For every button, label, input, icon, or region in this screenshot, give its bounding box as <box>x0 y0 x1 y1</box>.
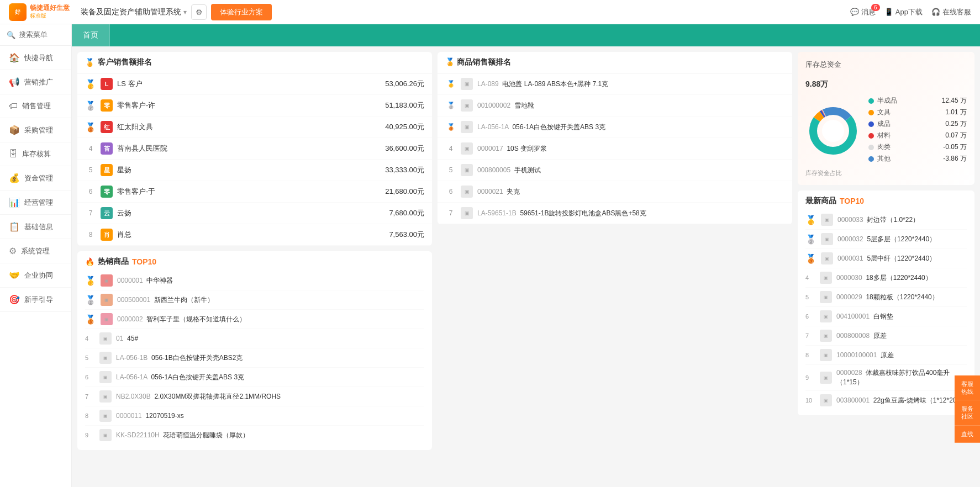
product-info: LA-089 电池盖 LA-089 ABS本色+黑种 7.1克 <box>477 80 784 89</box>
trial-button[interactable]: 体验行业方案 <box>211 4 272 20</box>
customer-rank-item: 🥉 红 红太阳文具 40,925.00元 <box>77 117 432 138</box>
newest-product-item: 6 ▣ 004100001 白钢垫 <box>805 307 967 326</box>
sidebar-item-marketing[interactable]: 📢 营销推广 <box>0 70 71 94</box>
customer-badge: 云 <box>101 207 113 219</box>
sidebar-item-guide[interactable]: 🎯 新手引导 <box>0 288 71 312</box>
product-thumbnail: ▣ <box>820 330 832 342</box>
hot-product-item: 7 ▣ NB2.0X30B 2.0X30MM双搓花轴搓花直径2.1MM/ROHS <box>85 387 424 406</box>
enterprise-icon: 🤝 <box>9 270 20 280</box>
online-service-button[interactable]: 🎧 在线客服 <box>931 7 971 17</box>
inventory-title: 库存总资金 <box>805 60 967 70</box>
legend-item: 成品 0.25 万 <box>868 119 967 129</box>
direct-line-button[interactable]: 直线 <box>955 426 980 443</box>
medal-icon: 🥉 <box>85 122 96 133</box>
guide-icon: 🎯 <box>9 294 20 305</box>
customer-name: LS 客户 <box>117 79 381 89</box>
product-thumbnail: ▣ <box>820 310 832 322</box>
sidebar-item-enterprise[interactable]: 🤝 企业协同 <box>0 263 71 288</box>
product-thumbnail: ▣ <box>820 394 832 406</box>
hot-product-item: 🥇 ▣ 0000001 中华神器 <box>85 271 424 290</box>
service-community-button[interactable]: 服务 社区 <box>955 400 980 426</box>
product-thumb: ▣ <box>461 99 473 112</box>
product-info: 000800005 手机测试 <box>477 166 784 175</box>
rank-icon: 6 <box>805 313 815 320</box>
product-name: LA-056-1B 056-1B白色按键开关壳ABS2克 <box>116 353 424 363</box>
customer-rank-item: 🥇 L LS 客户 53,006.26元 <box>77 73 432 95</box>
product-name: 0000011 12070519-xs <box>116 412 424 420</box>
nav-tabs: 首页 <box>72 24 980 46</box>
sidebar-item-basic[interactable]: 📋 基础信息 <box>0 215 71 239</box>
product-name: 01 45# <box>116 335 424 342</box>
product-name: LA-056-1A 056-1A白色按键开关盖ABS 3克 <box>116 373 424 382</box>
product-thumbnail: ▣ <box>821 214 833 226</box>
customer-badge: 零 <box>101 186 113 198</box>
customer-amount: 7,563.00元 <box>389 230 424 240</box>
product-info: 0000017 10S 变刮罗浆 <box>477 144 784 153</box>
sidebar-item-operation[interactable]: 📊 经营管理 <box>0 190 71 215</box>
rank-icon: 4 <box>85 335 95 342</box>
operation-icon: 📊 <box>9 197 20 208</box>
product-thumb: ▣ <box>461 207 473 219</box>
customer-rank-item: 8 肖 肖总 7,563.00元 <box>77 224 432 246</box>
rank-icon: 🥉 <box>85 314 96 325</box>
legend-label: 成品 <box>877 119 942 129</box>
customer-name: 苔南县人民医院 <box>117 144 381 153</box>
product-thumb: ▣ <box>461 121 473 133</box>
tab-home[interactable]: 首页 <box>72 24 110 46</box>
rank-number: 🥇 <box>445 80 456 88</box>
customer-badge: L <box>101 78 113 90</box>
message-icon: 💬 <box>850 8 859 16</box>
system-area: 装备及固定资产辅助管理系统 ▾ ⚙ 体验行业方案 <box>81 4 850 20</box>
newest-product-item: 5 ▣ 0000029 18颗粒板（1220*2440） <box>805 288 967 307</box>
newest-product-item: 🥈 ▣ 0000032 5层多层（1220*2440） <box>805 230 967 249</box>
hot-product-item: 🥈 ▣ 000500001 新西兰牛肉（新牛） <box>85 290 424 310</box>
product-name: 000500001 新西兰牛肉（新牛） <box>117 295 424 305</box>
basic-icon: 📋 <box>9 221 20 232</box>
sidebar-item-inventory[interactable]: 🗄 库存核算 <box>0 142 71 166</box>
hot-products-title: 🔥 热销商品 TOP10 <box>85 257 424 267</box>
sidebar-item-sales[interactable]: 🏷 销售管理 <box>0 94 71 118</box>
product-thumbnail: ▣ <box>101 274 113 287</box>
hot-product-item: 🥉 ▣ 0000002 智利车子里（规格不知道填什么） <box>85 310 424 329</box>
rank-icon: 7 <box>805 332 815 340</box>
rank-number: 🥈 <box>445 102 456 109</box>
product-rank-list: 🥇 ▣ LA-089 电池盖 LA-089 ABS本色+黑种 7.1克 🥈 ▣ … <box>438 73 792 224</box>
product-thumbnail: ▣ <box>99 332 112 345</box>
product-info: 001000002 雪地靴 <box>477 101 784 110</box>
product-thumbnail: ▣ <box>820 291 832 303</box>
product-info: 0000028 体裁嘉枝味苏打饮品400毫升（1*15） <box>836 368 967 387</box>
customer-ranking-header: 🏅 客户销售额排名 <box>77 52 432 73</box>
sidebar-item-finance[interactable]: 💰 资金管理 <box>0 166 71 190</box>
search-menu[interactable]: 🔍 搜索菜单 <box>0 24 71 46</box>
rank-icon: 5 <box>85 354 95 362</box>
product-ranking-panel: 🏅 商品销售额排名 🥇 ▣ LA-089 电池盖 LA-089 ABS本色+黑种… <box>438 52 792 224</box>
legend-value: -0.05 万 <box>943 142 967 152</box>
rank-icon: 7 <box>85 393 95 400</box>
product-info: 004100001 白钢垫 <box>836 312 967 321</box>
marketing-icon: 📢 <box>9 77 20 87</box>
middle-column: 🏅 商品销售额排名 🥇 ▣ LA-089 电池盖 LA-089 ABS本色+黑种… <box>438 52 792 481</box>
settings-button[interactable]: ⚙ <box>191 4 207 20</box>
message-button[interactable]: 💬 消息 6 <box>850 7 876 17</box>
legend-color <box>868 98 874 104</box>
rank-icon: 🥉 <box>805 253 816 264</box>
newest-products-panel: 最新商品 TOP10 🥇 ▣ 0000033 封边带（1.0*22） 🥈 ▣ 0… <box>798 190 974 415</box>
medal-icon: 🥇 <box>85 79 96 89</box>
header: 好 畅捷通好生意 标准版 装备及固定资产辅助管理系统 ▾ ⚙ 体验行业方案 💬 … <box>0 0 980 24</box>
customer-amount: 7,680.00元 <box>389 208 424 218</box>
sidebar-item-purchase[interactable]: 📦 采购管理 <box>0 118 71 142</box>
legend-item: 肉类 -0.05 万 <box>868 142 967 152</box>
dropdown-arrow-icon[interactable]: ▾ <box>183 8 187 16</box>
header-right: 💬 消息 6 📱 App下载 🎧 在线客服 <box>850 7 971 17</box>
hot-products-list: 🥇 ▣ 0000001 中华神器 🥈 ▣ 000500001 新西兰牛肉（新牛）… <box>85 271 424 444</box>
product-thumb: ▣ <box>461 186 473 198</box>
product-thumbnail: ▣ <box>101 313 113 325</box>
sidebar-item-system[interactable]: ⚙ 系统管理 <box>0 239 71 263</box>
product-thumbnail: ▣ <box>820 272 832 284</box>
product-thumbnail: ▣ <box>99 390 112 403</box>
sidebar-item-quick-nav[interactable]: 🏠 快捷导航 <box>0 46 71 70</box>
app-download-button[interactable]: 📱 App下载 <box>884 7 923 17</box>
rank-number: 7 <box>85 209 96 217</box>
rank-number: 4 <box>445 145 456 152</box>
customer-service-button[interactable]: 客服 热线 <box>955 375 980 401</box>
